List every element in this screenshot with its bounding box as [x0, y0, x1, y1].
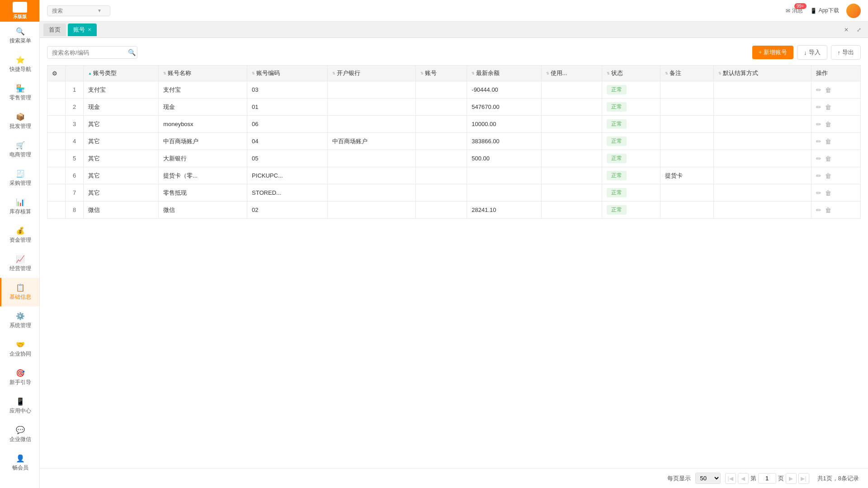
row-num-6: 7	[66, 184, 84, 202]
delete-icon-2[interactable]: 🗑	[825, 121, 831, 128]
delete-icon-5[interactable]: 🗑	[825, 172, 831, 179]
sidebar-item-purchase[interactable]: 🧾 采购管理	[0, 164, 39, 192]
edit-icon-7[interactable]: ✏	[816, 206, 821, 214]
app-download-button[interactable]: 📱 App下载	[810, 7, 839, 14]
delete-icon-7[interactable]: 🗑	[825, 206, 831, 214]
sidebar-item-wechat[interactable]: 💬 企业微信	[0, 420, 39, 449]
col-account[interactable]: ⇅ 账号	[416, 66, 467, 81]
page-current: 第 页	[750, 473, 784, 483]
header-search-bar[interactable]: ▼	[47, 5, 110, 16]
edit-icon-3[interactable]: ✏	[816, 138, 821, 145]
edit-icon-2[interactable]: ✏	[816, 121, 821, 128]
row-default-settlement-0	[714, 81, 811, 99]
sidebar-item-finance[interactable]: 💰 资金管理	[0, 221, 39, 249]
import-icon: ↓	[804, 49, 807, 56]
page-label: 第	[750, 474, 756, 483]
header-left: ▼	[47, 5, 110, 16]
sidebar-item-basic-info[interactable]: 📋 基础信息	[0, 278, 39, 306]
sidebar-item-agreement[interactable]: 🤝 企业协同	[0, 335, 39, 363]
col-default-settlement[interactable]: ⇅ 默认结算方式	[714, 66, 811, 81]
row-usage-0	[541, 81, 602, 99]
row-default-settlement-4	[714, 150, 811, 167]
row-action-0: ✏ 🗑	[811, 81, 861, 99]
row-status-3: 正常	[602, 133, 660, 150]
header-search-input[interactable]	[52, 8, 97, 14]
page-next-button[interactable]: ▶	[786, 473, 797, 484]
notification-button[interactable]: ✉ 消息 99+	[786, 7, 803, 14]
sidebar-item-member[interactable]: 👤 畅会员	[0, 449, 39, 477]
toolbar: 🔍 + 新增账号 ↓ 导入 ↑ 导出	[47, 45, 861, 60]
row-default-settlement-3	[714, 133, 811, 150]
col-settings[interactable]: ⚙	[47, 66, 66, 81]
edit-icon-6[interactable]: ✏	[816, 189, 821, 197]
user-avatar[interactable]	[846, 4, 861, 18]
row-type-1: 现金	[84, 99, 159, 116]
table-search-input[interactable]	[52, 49, 128, 56]
delete-icon-3[interactable]: 🗑	[825, 138, 831, 145]
add-account-button[interactable]: + 新增账号	[752, 46, 793, 59]
ecommerce-icon: 🛒	[16, 141, 25, 150]
wholesale-icon: 📦	[16, 113, 25, 121]
row-settings-7	[47, 202, 66, 219]
col-usage[interactable]: ⇅ 使用...	[541, 66, 602, 81]
tab-home[interactable]: 首页	[43, 23, 66, 36]
balance-sort-icon: ⇅	[472, 71, 475, 75]
page-first-button[interactable]: |◀	[725, 473, 736, 484]
sidebar-item-wholesale[interactable]: 📦 批发管理	[0, 107, 39, 136]
col-remark[interactable]: ⇅ 备注	[660, 66, 714, 81]
edit-icon-1[interactable]: ✏	[816, 103, 821, 111]
header-right: ✉ 消息 99+ 📱 App下载	[786, 4, 861, 18]
delete-icon-0[interactable]: 🗑	[825, 86, 831, 94]
page-last-button[interactable]: ▶|	[798, 473, 809, 484]
table-search-icon[interactable]: 🔍	[128, 49, 136, 56]
row-status-7: 正常	[602, 202, 660, 219]
col-num	[66, 66, 84, 81]
sidebar-item-system[interactable]: ⚙️ 系统管理	[0, 306, 39, 335]
row-remark-4	[660, 150, 714, 167]
app-download-label: App下载	[819, 7, 839, 14]
tab-minimize-button[interactable]: ✕	[841, 24, 852, 35]
delete-icon-6[interactable]: 🗑	[825, 189, 831, 197]
sidebar-item-inventory[interactable]: 📊 库存核算	[0, 192, 39, 221]
table-search-box[interactable]: 🔍	[47, 46, 137, 59]
row-remark-7	[660, 202, 714, 219]
import-button[interactable]: ↓ 导入	[797, 45, 827, 60]
sidebar-item-guide[interactable]: 🎯 新手引导	[0, 363, 39, 392]
row-bank-3: 中百商场账户	[327, 133, 416, 150]
export-button[interactable]: ↑ 导出	[831, 45, 861, 60]
row-code-6: STORED...	[247, 184, 327, 202]
page-prev-button[interactable]: ◀	[738, 473, 749, 484]
page-size-select[interactable]: 50 20 100	[695, 473, 721, 484]
row-name-3: 中百商场账户	[159, 133, 247, 150]
account-sort-icon: ⇅	[420, 71, 424, 75]
row-bank-5	[327, 167, 416, 184]
sidebar-item-operation[interactable]: 📈 经营管理	[0, 249, 39, 278]
col-bank[interactable]: ⇅ 开户银行	[327, 66, 416, 81]
sidebar-item-app-center[interactable]: 📱 应用中心	[0, 392, 39, 420]
edit-icon-4[interactable]: ✏	[816, 155, 821, 162]
col-type[interactable]: ▲ 账号类型	[84, 66, 159, 81]
sidebar-item-quick-nav[interactable]: ⭐ 快捷导航	[0, 50, 39, 79]
col-status[interactable]: ⇅ 状态	[602, 66, 660, 81]
tab-account[interactable]: 账号 ✕	[68, 23, 97, 36]
edit-icon-0[interactable]: ✏	[816, 86, 821, 94]
row-usage-7	[541, 202, 602, 219]
row-account-0	[416, 81, 467, 99]
edit-icon-5[interactable]: ✏	[816, 172, 821, 179]
col-balance[interactable]: ⇅ 最新余额	[467, 66, 541, 81]
delete-icon-4[interactable]: 🗑	[825, 155, 831, 162]
sidebar-item-retail[interactable]: 🏪 零售管理	[0, 79, 39, 107]
page-number-input[interactable]	[758, 473, 776, 483]
sidebar-item-ecommerce[interactable]: 🛒 电商管理	[0, 136, 39, 164]
row-usage-5	[541, 167, 602, 184]
tab-account-close[interactable]: ✕	[88, 27, 91, 32]
row-action-1: ✏ 🗑	[811, 99, 861, 116]
sidebar-item-search-menu[interactable]: 🔍 搜索菜单	[0, 22, 39, 50]
row-num-5: 6	[66, 167, 84, 184]
col-code[interactable]: ⇅ 账号编码	[247, 66, 327, 81]
top-header: ▼ ✉ 消息 99+ 📱 App下载	[40, 0, 868, 22]
delete-icon-1[interactable]: 🗑	[825, 103, 831, 111]
col-name[interactable]: ⇅ 账号名称	[159, 66, 247, 81]
tab-maximize-button[interactable]: ⤢	[854, 24, 864, 35]
header-dropdown-arrow[interactable]: ▼	[97, 8, 102, 13]
